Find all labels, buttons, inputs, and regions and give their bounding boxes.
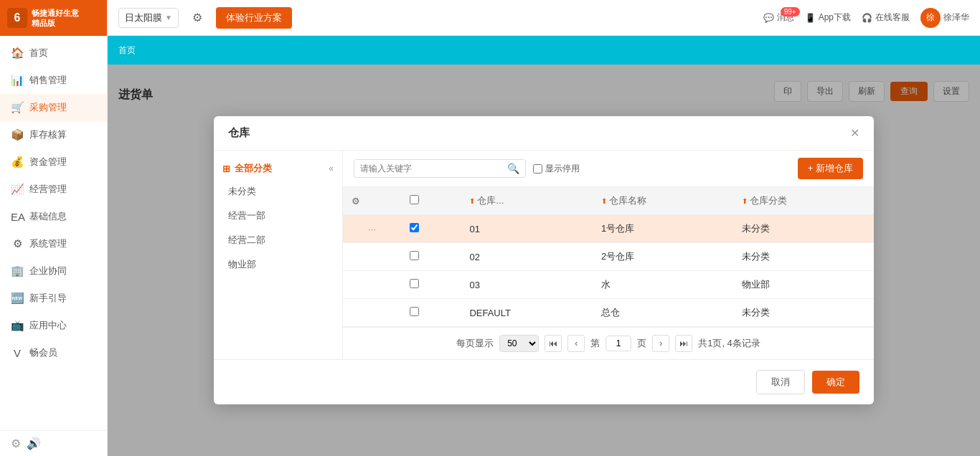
page-input[interactable] (606, 336, 631, 351)
collapse-icon[interactable]: « (329, 163, 334, 174)
sidebar-item-enterprise[interactable]: 🏢企业协同 (0, 257, 107, 285)
service-label: 在线客服 (875, 11, 910, 24)
category-item-dept1[interactable]: 经营一部 (214, 204, 342, 228)
category-item-uncategorized[interactable]: 未分类 (214, 179, 342, 204)
category-all-btn[interactable]: ⊞ 全部分类 (222, 162, 272, 175)
content-area: 进货单 印 导出 刷新 查询 设置 仓库 ✕ (108, 65, 980, 456)
modal-overlay: 仓库 ✕ ⊞ 全部分类 « 未分类经营一部经营二部物 (108, 65, 980, 456)
user-action[interactable]: 徐 徐泽华 (920, 8, 969, 28)
category-item-property[interactable]: 物业部 (214, 252, 342, 277)
row-code: 03 (461, 271, 593, 299)
confirm-btn[interactable]: 确定 (812, 371, 859, 394)
row-code: 02 (461, 243, 593, 271)
service-action[interactable]: 🎧 在线客服 (862, 11, 910, 24)
add-warehouse-btn[interactable]: + 新增仓库 (798, 158, 863, 179)
app-label: App下载 (819, 11, 851, 24)
industry-btn[interactable]: 体验行业方案 (216, 7, 292, 29)
message-action[interactable]: 💬 消息 99+ (763, 11, 794, 24)
row-gear: ··· (343, 215, 401, 243)
row-name: 1号仓库 (593, 215, 733, 243)
row-gear (343, 243, 401, 271)
brand-text: 畅捷通好生意 精品版 (32, 8, 79, 29)
sidebar-item-operations[interactable]: 📈经营管理 (0, 176, 107, 203)
row-category: 未分类 (733, 215, 874, 243)
show-disabled-checkbox[interactable] (533, 164, 542, 174)
select-all-checkbox[interactable] (410, 195, 419, 204)
col-name: ⬆仓库名称 (593, 187, 733, 215)
sidebar-item-inventory[interactable]: 📦库存核算 (0, 121, 107, 148)
row-checkbox-cell (401, 299, 461, 327)
category-item-dept2[interactable]: 经营二部 (214, 228, 342, 252)
sidebar-item-purchase[interactable]: 🛒采购管理 (0, 94, 107, 121)
first-page-btn[interactable]: ⏮ (545, 335, 562, 352)
show-disabled-label: 显示停用 (533, 163, 580, 175)
sidebar-item-basic[interactable]: EA基础信息 (0, 203, 107, 230)
table-row[interactable]: DEFAULT 总仓 未分类 (343, 299, 874, 327)
sort-icon-cat: ⬆ (742, 197, 748, 205)
warehouse-modal: 仓库 ✕ ⊞ 全部分类 « 未分类经营一部经营二部物 (214, 116, 874, 404)
row-checkbox[interactable] (410, 279, 419, 288)
row-checkbox[interactable] (410, 223, 419, 232)
search-icon[interactable]: 🔍 (507, 163, 519, 174)
sidebar-item-finance[interactable]: 💰资金管理 (0, 148, 107, 176)
sidebar-nav: 🏠首页📊销售管理🛒采购管理📦库存核算💰资金管理📈经营管理EA基础信息⚙系统管理🏢… (0, 36, 107, 430)
sound-footer-icon[interactable]: 🔊 (27, 437, 41, 450)
sidebar-item-appcenter[interactable]: 📺应用中心 (0, 312, 107, 339)
sidebar-icon-guide: 🆕 (11, 292, 24, 305)
page-label: 第 (590, 337, 600, 350)
table-row[interactable]: 03 水 物业部 (343, 271, 874, 299)
app-download-action[interactable]: 📱 App下载 (805, 11, 851, 24)
table-row[interactable]: ··· 01 1号仓库 未分类 (343, 215, 874, 243)
avatar-initials: 徐 (926, 11, 935, 24)
sidebar-icon-enterprise: 🏢 (11, 265, 24, 277)
next-page-btn[interactable]: › (652, 335, 669, 352)
per-page-select[interactable]: 50 10 20 100 (499, 335, 539, 352)
header-settings-icon[interactable]: ⚙ (186, 6, 209, 29)
sidebar-item-home[interactable]: 🏠首页 (0, 39, 107, 67)
sidebar-icon-system: ⚙ (11, 237, 24, 250)
header-actions: 💬 消息 99+ 📱 App下载 🎧 在线客服 徐 徐泽华 (763, 8, 969, 28)
more-icon[interactable]: ··· (368, 224, 376, 234)
sidebar-item-system[interactable]: ⚙系统管理 (0, 230, 107, 257)
row-checkbox[interactable] (410, 307, 419, 316)
user-name: 徐泽华 (943, 11, 969, 24)
modal-close-btn[interactable]: ✕ (850, 126, 859, 140)
table-container: ⚙ ⬆仓库... ⬆仓库名称 ⬆仓库分类 ··· 01 (343, 187, 874, 327)
row-name: 总仓 (593, 299, 733, 327)
sidebar-item-guide[interactable]: 🆕新手引导 (0, 285, 107, 312)
last-page-btn[interactable]: ⏭ (675, 335, 692, 352)
row-category: 未分类 (733, 299, 874, 327)
sidebar-item-sales[interactable]: 📊销售管理 (0, 67, 107, 94)
sidebar-label-home: 首页 (29, 47, 48, 60)
store-selector[interactable]: 日太阳膜 ▼ (118, 8, 179, 28)
teal-breadcrumb-bar: 首页 (108, 36, 980, 65)
sidebar-item-member[interactable]: V畅会员 (0, 339, 107, 366)
search-input[interactable] (360, 163, 503, 174)
row-gear (343, 299, 401, 327)
per-page-label: 每页显示 (456, 337, 494, 350)
settings-footer-icon[interactable]: ⚙ (11, 437, 21, 450)
col-category: ⬆仓库分类 (733, 187, 874, 215)
sidebar-icon-finance: 💰 (11, 156, 24, 168)
modal-header: 仓库 ✕ (214, 116, 874, 151)
gear-icon: ⚙ (352, 196, 360, 206)
pagination: 每页显示 50 10 20 100 ⏮ ‹ 第 页 (343, 327, 874, 359)
table-panel: 🔍 显示停用 + 新增仓库 (343, 151, 874, 359)
table-body: ··· 01 1号仓库 未分类 02 2号仓库 未分类 03 水 物业部 DEF… (343, 215, 874, 327)
cancel-btn[interactable]: 取消 (756, 370, 805, 394)
row-checkbox[interactable] (410, 251, 419, 260)
table-row[interactable]: 02 2号仓库 未分类 (343, 243, 874, 271)
breadcrumb-home[interactable]: 首页 (118, 44, 136, 57)
search-box[interactable]: 🔍 (354, 159, 526, 178)
col-checkbox (401, 187, 461, 215)
sidebar-label-appcenter: 应用中心 (29, 319, 67, 332)
sidebar-icon-sales: 📊 (11, 74, 24, 87)
page-summary: 共1页, 4条记录 (698, 337, 760, 350)
table-head: ⚙ ⬆仓库... ⬆仓库名称 ⬆仓库分类 (343, 187, 874, 215)
sidebar-label-guide: 新手引导 (29, 292, 67, 305)
col-code: ⬆仓库... (461, 187, 593, 215)
page-suffix: 页 (637, 337, 646, 350)
prev-page-btn[interactable]: ‹ (567, 335, 585, 352)
sidebar-icon-appcenter: 📺 (11, 319, 24, 332)
modal-footer: 取消 确定 (214, 359, 874, 404)
